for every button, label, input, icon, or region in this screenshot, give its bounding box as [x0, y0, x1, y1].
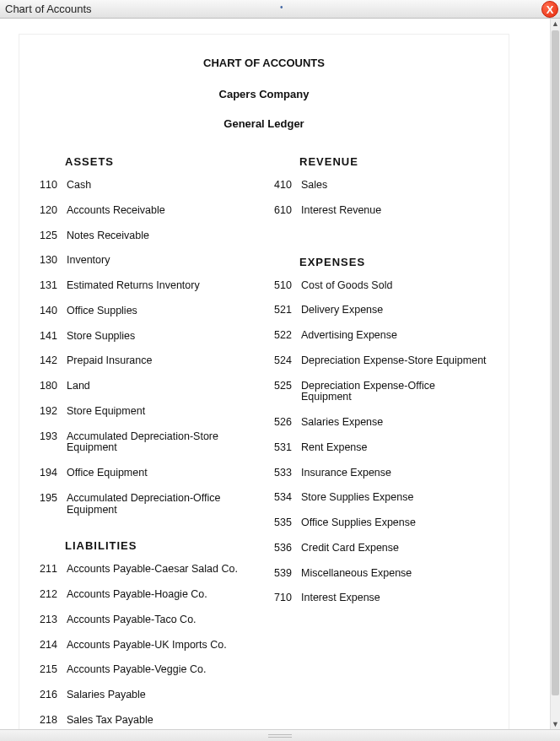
account-name: Office Supplies Expense	[299, 517, 488, 529]
account-number: 212	[40, 589, 65, 601]
account-row: 195Accumulated Depreciation-Office Equip…	[40, 493, 259, 517]
account-name: Rent Expense	[299, 442, 488, 454]
account-name: Salaries Payable	[65, 690, 259, 701]
ledger-label: General Ledger	[40, 117, 488, 130]
account-name: Land	[65, 381, 259, 392]
scrollbar-thumb[interactable]	[552, 30, 559, 695]
account-number: 130	[40, 255, 65, 267]
account-name: Accounts Payable-Hoagie Co.	[65, 589, 259, 601]
resize-grip-icon[interactable]	[268, 734, 292, 738]
scroll-up-arrow-icon[interactable]: ▲	[551, 19, 560, 29]
viewport: CHART OF ACCOUNTS Capers Company General…	[0, 19, 560, 741]
company-name: Capers Company	[40, 88, 488, 100]
scroll-down-arrow-icon[interactable]: ▼	[551, 719, 560, 729]
bottom-bar	[0, 729, 560, 741]
account-row: 710Interest Expense	[274, 592, 488, 604]
account-number: 536	[274, 543, 299, 554]
account-number: 522	[274, 330, 299, 342]
account-name: Salaries Expense	[299, 417, 488, 429]
account-name: Miscellaneous Expense	[299, 568, 488, 580]
account-name: Accounts Receivable	[65, 205, 259, 217]
account-name: Depreciation Expense-Office Equipment	[299, 381, 488, 404]
account-row: 110Cash	[40, 180, 259, 192]
account-number: 610	[274, 205, 299, 217]
account-row: 535Office Supplies Expense	[274, 517, 488, 529]
account-name: Credit Card Expense	[299, 543, 488, 554]
account-name: Cost of Goods Sold	[299, 280, 488, 292]
account-row: 539Miscellaneous Expense	[274, 568, 488, 580]
account-row: 521Delivery Expense	[274, 305, 488, 316]
section-title-liabilities: LIABILITIES	[65, 539, 259, 552]
account-number: 213	[40, 614, 65, 626]
account-row: 533Insurance Expense	[274, 468, 488, 479]
account-number: 215	[40, 664, 65, 676]
account-row: 525Depreciation Expense-Office Equipment	[274, 381, 488, 404]
account-name: Estimated Returns Inventory	[65, 280, 259, 292]
account-name: Advertising Expense	[299, 330, 488, 342]
section-title-expenses: EXPENSES	[299, 256, 488, 268]
close-icon: X	[547, 3, 554, 16]
account-number: 125	[40, 230, 65, 242]
liabilities-list: 211Accounts Payable-Caesar Salad Co.212A…	[40, 564, 259, 726]
account-row: 216Salaries Payable	[40, 690, 259, 701]
account-row: 212Accounts Payable-Hoagie Co.	[40, 589, 259, 601]
account-row: 142Prepaid Insurance	[40, 355, 259, 367]
left-column: ASSETS 110Cash120Accounts Receivable125N…	[40, 155, 264, 729]
account-number: 218	[40, 715, 65, 727]
account-name: Store Equipment	[65, 406, 259, 418]
scroll-area: CHART OF ACCOUNTS Capers Company General…	[0, 19, 550, 729]
account-number: 214	[40, 640, 65, 652]
account-row: 214Accounts Payable-UK Imports Co.	[40, 640, 259, 652]
close-button[interactable]: X	[541, 1, 558, 18]
account-name: Accumulated Depreciation-Office Equipmen…	[65, 493, 259, 517]
account-number: 120	[40, 205, 65, 217]
account-number: 534	[274, 492, 299, 504]
account-number: 531	[274, 442, 299, 454]
account-name: Depreciation Expense-Store Equipment	[299, 355, 488, 367]
expenses-list: 510Cost of Goods Sold521Delivery Expense…	[274, 280, 488, 605]
account-name: Cash	[65, 180, 259, 192]
account-row: 140Office Supplies	[40, 306, 259, 317]
account-number: 216	[40, 690, 65, 701]
account-number: 211	[40, 564, 65, 576]
revenue-list: 410Sales610Interest Revenue	[274, 180, 488, 217]
account-name: Delivery Expense	[299, 305, 488, 316]
account-number: 524	[274, 355, 299, 367]
account-number: 140	[40, 306, 65, 317]
account-row: 141Store Supplies	[40, 331, 259, 343]
vertical-scrollbar[interactable]: ▲ ▼	[550, 19, 560, 729]
account-row: 531Rent Expense	[274, 442, 488, 454]
account-number: 195	[40, 493, 65, 505]
account-row: 193Accumulated Depreciation-Store Equipm…	[40, 431, 259, 455]
account-number: 510	[274, 280, 299, 292]
section-title-assets: ASSETS	[65, 155, 259, 168]
account-number: 535	[274, 517, 299, 529]
account-row: 215Accounts Payable-Veggie Co.	[40, 664, 259, 676]
spacer	[274, 230, 488, 256]
account-row: 534Store Supplies Expense	[274, 492, 488, 504]
account-row: 125Notes Receivable	[40, 230, 259, 242]
assets-list: 110Cash120Accounts Receivable125Notes Re…	[40, 180, 259, 516]
titlebar: Chart of Accounts • X	[0, 0, 560, 19]
account-number: 180	[40, 381, 65, 392]
account-row: 526Salaries Expense	[274, 417, 488, 429]
account-name: Accounts Payable-Caesar Salad Co.	[65, 564, 259, 576]
page-title: CHART OF ACCOUNTS	[40, 57, 488, 69]
account-name: Store Supplies Expense	[299, 492, 488, 504]
account-row: 213Accounts Payable-Taco Co.	[40, 614, 259, 626]
document-page: CHART OF ACCOUNTS Capers Company General…	[19, 34, 509, 729]
account-number: 142	[40, 355, 65, 367]
account-number: 526	[274, 417, 299, 429]
columns: ASSETS 110Cash120Accounts Receivable125N…	[40, 155, 488, 729]
account-name: Office Supplies	[65, 306, 259, 317]
account-number: 194	[40, 468, 65, 479]
account-name: Office Equipment	[65, 468, 259, 479]
account-name: Accounts Payable-Veggie Co.	[65, 664, 259, 676]
account-row: 131Estimated Returns Inventory	[40, 280, 259, 292]
account-row: 524Depreciation Expense-Store Equipment	[274, 355, 488, 367]
account-name: Sales	[299, 180, 488, 192]
account-number: 110	[40, 180, 65, 192]
account-name: Interest Expense	[299, 592, 488, 604]
account-name: Accounts Payable-Taco Co.	[65, 614, 259, 626]
account-name: Sales Tax Payable	[65, 715, 259, 727]
